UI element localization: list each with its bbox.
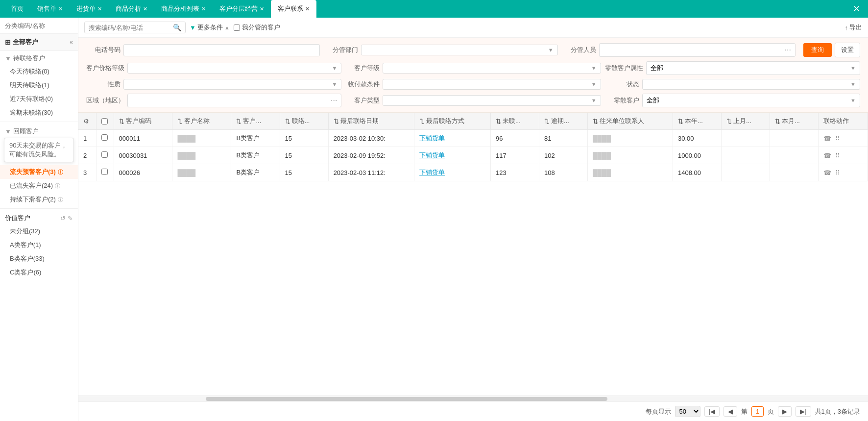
action-more-icon-1[interactable]: ⠿ (835, 152, 840, 159)
sidebar-item-b-class[interactable]: B类客户(33) (0, 252, 78, 266)
declining-info-icon: ⓘ (58, 197, 63, 202)
export-button[interactable]: ↑ 导出 (845, 23, 863, 32)
phone-input[interactable] (123, 44, 320, 56)
tab-analysis-close[interactable]: ✕ (143, 6, 147, 12)
sidebar-pending-contact-group[interactable]: ▼ 待联络客户 (0, 51, 78, 65)
action-phone-icon-2[interactable]: ☎ (823, 169, 831, 176)
lost-info-icon: ⓘ (55, 183, 60, 189)
horizontal-scrollbar[interactable] (78, 396, 868, 401)
tab-analysis-list-close[interactable]: ✕ (201, 6, 206, 12)
settings-icon[interactable]: ⚙ (83, 118, 89, 125)
my-customers-checkbox[interactable] (234, 25, 240, 31)
sidebar-item-declining[interactable]: 持续下滑客户(2) ⓘ (0, 193, 78, 206)
row-uncontacted-0: 96 (491, 130, 539, 147)
query-button[interactable]: 查询 (803, 43, 832, 57)
row-contact-count-0: 15 (280, 130, 328, 147)
col-this-month: ⇅ 本月... (770, 113, 819, 130)
scrollbar-thumb[interactable] (206, 397, 607, 401)
sidebar-item-c-class[interactable]: C类客户(6) (0, 266, 78, 279)
sidebar-value-group-label[interactable]: 价值客户 ↺ ✎ (0, 211, 78, 224)
phone-field: 电话号码 (86, 44, 320, 56)
action-phone-icon-0[interactable]: ☎ (823, 135, 831, 142)
zero-attr-select[interactable]: 全部 ▼ (646, 61, 860, 75)
filter-button[interactable]: ▼ 更多条件 ▲ (190, 23, 230, 32)
tab-analysis[interactable]: 商品分析 ✕ (109, 0, 154, 18)
row-overdue-1: 102 (539, 147, 588, 164)
refresh-icon[interactable]: ↺ (60, 215, 66, 222)
dept-arrow-icon: ▼ (548, 47, 554, 53)
zero-customer-arrow-icon: ▼ (850, 98, 856, 103)
region-select[interactable]: ··· (127, 94, 341, 107)
sidebar-search-input[interactable] (5, 22, 78, 29)
zero-customer-field: 零散客户 全部 ▼ (605, 94, 860, 107)
row-contact-person-1: ████ (588, 147, 673, 164)
sidebar-item-ungrouped[interactable]: 未分组(32) (0, 224, 78, 238)
type-select[interactable]: ▼ (383, 95, 601, 106)
window-close-button[interactable]: ✕ (849, 3, 864, 14)
sidebar-lost-risk-group[interactable]: ▼ 回顾客户 (0, 124, 78, 138)
last-method-link-1[interactable]: 下销货单 (419, 151, 445, 159)
action-more-icon-0[interactable]: ⠿ (835, 135, 840, 142)
per-page-select[interactable]: 2050100200 (675, 406, 700, 417)
last-method-link-0[interactable]: 下销货单 (419, 134, 445, 142)
person-more-icon[interactable]: ··· (785, 46, 791, 54)
sidebar-item-lost[interactable]: 已流失客户(24) ⓘ (0, 179, 78, 193)
tab-customer-contact-close[interactable]: ✕ (305, 6, 310, 12)
action-more-icon-2[interactable]: ⠿ (835, 169, 840, 176)
collapse-icon[interactable]: « (70, 39, 73, 46)
region-field: 区域（地区） ··· (86, 94, 341, 107)
tab-analysis-list[interactable]: 商品分析列表 ✕ (154, 0, 213, 18)
filter-arrow-icon: ▲ (224, 25, 230, 30)
sidebar-item-today[interactable]: 今天待联络(0) (0, 65, 78, 78)
gender-select[interactable]: ▼ (123, 79, 341, 90)
tab-purchase[interactable]: 进货单 ✕ (70, 0, 109, 18)
action-phone-icon-1[interactable]: ☎ (823, 152, 831, 159)
person-field: 分管人员 ··· (562, 43, 796, 57)
status-select[interactable]: ▼ (642, 79, 860, 90)
sidebar-item-overdue[interactable]: 逾期未联络(30) (0, 106, 78, 120)
row-actions-2: ☎ ⠿ (819, 164, 868, 181)
col-action: 联络动作 (819, 113, 868, 130)
sidebar-item-tomorrow[interactable]: 明天待联络(1) (0, 78, 78, 92)
level-select[interactable]: ▼ (383, 63, 601, 74)
uncontacted-sort-icon: ⇅ (496, 118, 501, 125)
col-last-month: ⇅ 上月... (722, 113, 770, 130)
row-last-date-1: 2023-02-09 19:52: (328, 147, 414, 164)
type-field: 客户类型 ▼ (345, 95, 601, 106)
prev-page-button[interactable]: ◀ (723, 406, 737, 417)
row-select-checkbox-1[interactable] (101, 151, 108, 158)
row-code-0: 000011 (114, 130, 172, 147)
tab-home[interactable]: 首页 (4, 0, 30, 18)
sidebar-item-a-class[interactable]: A类客户(1) (0, 238, 78, 252)
sidebar-item-lost-warning[interactable]: 流失预警客户(3) ⓘ (0, 165, 78, 179)
last-page-button[interactable]: ▶| (796, 406, 811, 417)
sidebar-all-customers[interactable]: ⊞ 全部客户 « (0, 34, 78, 51)
my-customers-checkbox-wrap[interactable]: 我分管的客户 (234, 23, 280, 32)
payment-select[interactable]: ▼ (383, 79, 601, 90)
select-all-checkbox[interactable] (101, 118, 108, 124)
edit-icon[interactable]: ✎ (68, 215, 73, 222)
tab-sales-close[interactable]: ✕ (58, 6, 63, 12)
tab-purchase-close[interactable]: ✕ (97, 6, 102, 12)
person-select[interactable]: ··· (599, 43, 796, 57)
tab-customer-tier[interactable]: 客户分层经营 ✕ (213, 0, 271, 18)
price-level-select[interactable]: ▼ (127, 63, 341, 74)
price-level-arrow-icon: ▼ (332, 65, 337, 71)
row-type-0: B类客户 (231, 130, 280, 147)
search-icon[interactable]: 🔍 (173, 24, 181, 31)
dept-select[interactable]: ▼ (361, 45, 557, 55)
zero-customer-select[interactable]: 全部 ▼ (642, 94, 860, 107)
current-page-display: 1 (751, 406, 764, 417)
row-select-checkbox-2[interactable] (101, 169, 108, 175)
settings-button[interactable]: 设置 (835, 43, 860, 57)
first-page-button[interactable]: |◀ (704, 406, 720, 417)
tab-sales[interactable]: 销售单 ✕ (30, 0, 70, 18)
search-input[interactable] (89, 24, 171, 31)
region-more-icon[interactable]: ··· (331, 96, 337, 105)
sidebar-item-7days[interactable]: 近7天待联络(0) (0, 92, 78, 106)
last-method-link-2[interactable]: 下销货单 (419, 169, 445, 176)
tab-customer-contact[interactable]: 客户联系 ✕ (271, 0, 316, 18)
next-page-button[interactable]: ▶ (778, 406, 792, 417)
tab-customer-tier-close[interactable]: ✕ (260, 6, 264, 12)
row-select-checkbox-0[interactable] (101, 134, 108, 141)
